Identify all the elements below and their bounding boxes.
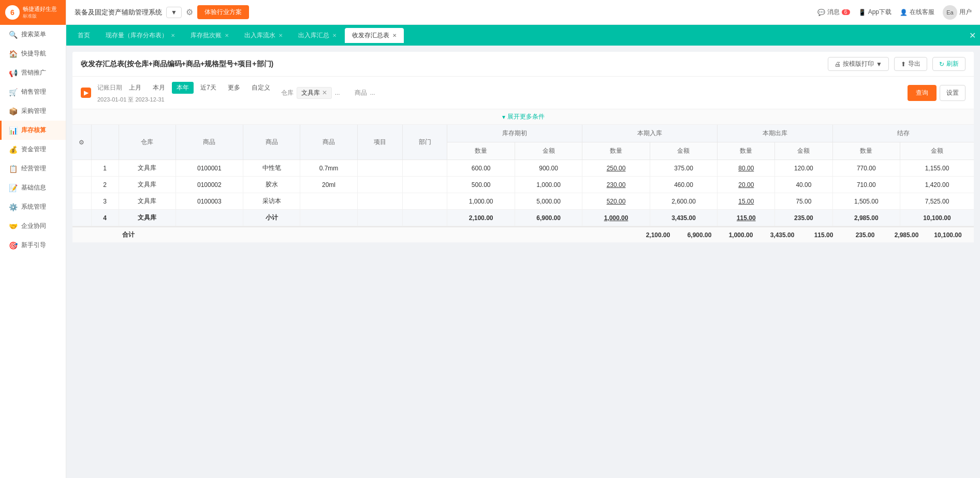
expand-button[interactable]: ▾ 展开更多条件 [502, 112, 545, 121]
sidebar-item-label-operation: 经营管理 [21, 164, 46, 173]
cell-dept-0 [402, 160, 447, 177]
cell-close-amt-2: 7,525.00 [900, 193, 974, 210]
topbar-right: 💬 消息 6 📱 App下载 👤 在线客服 Ea 用户 [817, 5, 972, 20]
refresh-button[interactable]: ↻ 刷新 [932, 57, 966, 71]
date-btn-本年[interactable]: 本年 [172, 82, 194, 94]
sidebar-item-finance[interactable]: 💰资金管理 [0, 140, 66, 159]
cell-warehouse-1: 文具库 [119, 177, 175, 193]
date-btn-自定义[interactable]: 自定义 [247, 82, 275, 94]
tab-label-receive-send: 收发存汇总表 [352, 31, 389, 40]
sidebar-item-inventory[interactable]: 📊库存核算 [0, 121, 66, 140]
cell-out-qty-2[interactable]: 15.00 [718, 193, 775, 210]
sidebar-item-operation[interactable]: 📋经营管理 [0, 159, 66, 178]
cell-name-0: 中性笔 [243, 160, 300, 177]
export-button[interactable]: ⬆ 导出 [894, 57, 927, 71]
cell-open-amt-2: 5,000.00 [515, 193, 582, 210]
sidebar-item-enterprise[interactable]: 🤝企业协同 [0, 216, 66, 236]
tab-inout-flow[interactable]: 出入库流水✕ [237, 28, 290, 43]
topbar: 装备及固定资产辅助管理系统 ▼ ⚙ 体验行业方案 💬 消息 6 📱 App下载 … [66, 0, 980, 25]
warehouse-tag-remove[interactable]: ✕ [322, 89, 327, 96]
sidebar-item-purchase[interactable]: 📦采购管理 [0, 102, 66, 121]
cell-settings-3 [72, 210, 91, 226]
cell-in-qty-2[interactable]: 520.00 [582, 193, 650, 210]
cell-settings-1 [72, 177, 91, 193]
tabs-bar: 首页现存量（库存分布表）✕库存批次账✕出入库流水✕出入库汇总✕收发存汇总表✕ ✕ [66, 25, 980, 46]
product-more-btn[interactable]: ... [370, 89, 375, 96]
footer-close-amt: 10,100.00 [927, 231, 969, 239]
data-table: ⚙ 仓库 商品 商品 商品 项目 部门 库存期初 本期入库 本期出库 结存 [72, 125, 974, 226]
system-icon: ⚙️ [9, 203, 17, 211]
cell-in-qty-1[interactable]: 230.00 [582, 177, 650, 193]
sidebar-item-basic[interactable]: 📝基础信息 [0, 178, 66, 197]
expand-bar: ▾ 展开更多条件 [72, 109, 974, 125]
th-close-qty: 数量 [832, 142, 900, 160]
date-filter-group: 记账日期 上月本月本年近7天更多自定义 2023-01-01 至 2023-12… [97, 82, 275, 104]
query-button[interactable]: 查询 [908, 85, 937, 101]
tab-receive-send[interactable]: 收发存汇总表✕ [345, 28, 404, 43]
system-selector[interactable]: ▼ [166, 7, 182, 18]
filter-toggle-button[interactable]: ▶ [81, 88, 91, 98]
cell-out-qty-0[interactable]: 80.00 [718, 160, 775, 177]
sidebar-item-marketing[interactable]: 📢营销推广 [0, 63, 66, 82]
print-icon: 🖨 [835, 61, 841, 68]
tab-close-stock-dist[interactable]: ✕ [171, 33, 175, 38]
sidebar-item-system[interactable]: ⚙️系统管理 [0, 197, 66, 216]
date-btn-更多[interactable]: 更多 [223, 82, 245, 94]
tab-batch[interactable]: 库存批次账✕ [183, 28, 236, 43]
close-all-tabs[interactable]: ✕ [969, 31, 976, 40]
cell-warehouse-0: 文具库 [119, 160, 175, 177]
warehouse-tag[interactable]: 文具库 ✕ [297, 87, 332, 99]
tab-label-inout-flow: 出入库流水 [244, 31, 275, 40]
th-in-amt: 金额 [650, 142, 717, 160]
user-item[interactable]: Ea 用户 [943, 5, 972, 20]
footer-in-qty: 1,000.00 [720, 231, 762, 239]
tab-close-batch[interactable]: ✕ [225, 33, 229, 38]
date-btn-本月[interactable]: 本月 [148, 82, 170, 94]
sidebar-item-quick[interactable]: 🏠快捷导航 [0, 44, 66, 63]
tab-stock-dist[interactable]: 现存量（库存分布表）✕ [98, 28, 182, 43]
th-opening-group: 库存期初 [447, 125, 582, 142]
cell-dept-3 [402, 210, 447, 226]
cell-dept-1 [402, 177, 447, 193]
sidebar-item-newbie[interactable]: 🎯新手引导 [0, 236, 66, 255]
tab-home[interactable]: 首页 [70, 28, 97, 43]
sidebar-item-label-search: 搜索菜单 [21, 30, 46, 39]
cell-out-qty-1[interactable]: 20.00 [718, 177, 775, 193]
sidebar-item-sales[interactable]: 🛒销售管理 [0, 82, 66, 102]
warehouse-more-btn[interactable]: ... [335, 89, 340, 96]
export-icon: ⬆ [901, 61, 906, 68]
cell-out-qty-3[interactable]: 115.00 [718, 210, 775, 226]
cell-in-qty-0[interactable]: 250.00 [582, 160, 650, 177]
product-filter-label: 商品 [355, 89, 367, 97]
settings-button[interactable]: 设置 [940, 85, 966, 101]
sidebar-item-search[interactable]: 🔍搜索菜单 [0, 25, 66, 44]
tab-close-inout-summary[interactable]: ✕ [332, 33, 337, 38]
th-dept: 部门 [402, 125, 447, 160]
online-service-item[interactable]: 👤 在线客服 [900, 8, 934, 17]
cell-in-amt-2: 2,600.00 [650, 193, 717, 210]
tab-close-inout-flow[interactable]: ✕ [279, 33, 283, 38]
app-download-item[interactable]: 📱 App下载 [858, 8, 891, 17]
footer-total-label: 合计 [112, 230, 430, 239]
cell-close-qty-0: 770.00 [832, 160, 900, 177]
service-icon: 👤 [900, 9, 908, 16]
trial-button[interactable]: 体验行业方案 [197, 5, 249, 19]
message-item[interactable]: 💬 消息 6 [817, 8, 850, 17]
date-btn-近7天[interactable]: 近7天 [196, 82, 221, 94]
th-name: 商品 [243, 125, 300, 160]
cell-in-amt-3: 3,435.00 [650, 210, 717, 226]
message-icon: 💬 [817, 9, 825, 16]
tab-close-receive-send[interactable]: ✕ [392, 33, 397, 38]
settings-icon[interactable]: ⚙ [186, 7, 193, 17]
cell-in-qty-3[interactable]: 1,000.00 [582, 210, 650, 226]
export-label: 导出 [908, 60, 920, 68]
date-btn-上月[interactable]: 上月 [124, 82, 146, 94]
basic-icon: 📝 [9, 184, 17, 192]
tab-inout-summary[interactable]: 出入库汇总✕ [291, 28, 344, 43]
cell-open-amt-3: 6,900.00 [515, 210, 582, 226]
sales-icon: 🛒 [9, 88, 17, 96]
cell-no-3: 4 [91, 210, 119, 226]
th-settings[interactable]: ⚙ [72, 125, 91, 160]
print-button[interactable]: 🖨 按模版打印 ▼ [828, 57, 889, 71]
page-title: 收发存汇总表(按仓库+商品编码+商品+规格型号+项目+部门) [81, 60, 273, 69]
